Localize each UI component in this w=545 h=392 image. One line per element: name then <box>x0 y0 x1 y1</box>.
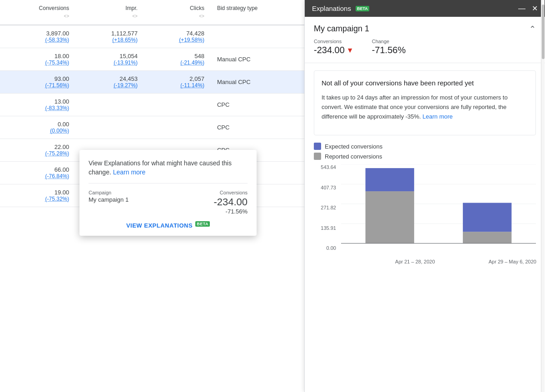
impr-cell: 1,112,577(+18.65%) <box>75 25 144 48</box>
chart-x-labels: Apr 21 – 28, 2020 Apr 29 – May 6, 2020 <box>368 259 545 264</box>
tooltip-campaign-section: Campaign My campaign 1 <box>89 190 193 215</box>
tooltip-conv-value: -234.00 <box>202 196 248 208</box>
panel-header: Explanations BETA — ✕ <box>305 0 545 17</box>
bar1-reported <box>366 191 414 243</box>
expected-color-swatch <box>314 143 321 150</box>
tooltip-beta-badge: BETA <box>195 221 210 227</box>
table-header-row: Conversions <> Impr. <> Clicks <> Bid st… <box>0 0 304 25</box>
impr-cell: 15,054(-13.91%) <box>75 48 144 70</box>
view-explanations-button[interactable]: VIEW EXPLANATIONS BETA <box>126 222 210 229</box>
bid-strategy-cell: Manual CPC <box>211 70 304 93</box>
y-label-4: 407.73 <box>321 185 336 190</box>
conversions-metric: Conversions -234.00 ▼ <box>314 39 354 55</box>
bar1-expected <box>366 168 414 191</box>
y-label-1: 0.00 <box>327 245 336 251</box>
table-row: 0.00(0.00%)CPC <box>0 116 304 139</box>
clicks-cell: 2,057(-11.14%) <box>144 70 211 93</box>
conv-down-arrow-icon: ▼ <box>347 46 354 55</box>
panel-minimize-button[interactable]: — <box>518 5 525 12</box>
impr-cell <box>75 93 144 116</box>
panel-beta-badge: BETA <box>356 6 369 11</box>
conv-metric-value: -234.00 ▼ <box>314 45 354 55</box>
chart-svg <box>341 164 536 264</box>
chart-area: 543.64 407.73 271.82 135.91 0.00 <box>305 164 545 273</box>
conv-metric-label: Conversions <box>314 39 354 44</box>
campaign-title: My campaign 1 <box>314 24 369 34</box>
conversions-cell: 3,897.00(-58.33%) <box>0 25 75 48</box>
clicks-cell: 74,428(+19.58%) <box>144 25 211 48</box>
tooltip-learn-more-link[interactable]: Learn more <box>113 169 146 176</box>
chart-y-labels: 543.64 407.73 271.82 135.91 0.00 <box>314 164 339 251</box>
clicks-cell: 548(-21.49%) <box>144 48 211 70</box>
tooltip-campaign-label: Campaign <box>89 190 193 195</box>
conversions-cell: 66.00(-76.84%) <box>0 161 75 184</box>
clicks-sort[interactable]: <> <box>199 14 204 19</box>
legend-item-expected: Expected conversions <box>314 143 536 150</box>
impr-header[interactable]: Impr. <> <box>75 0 144 25</box>
bar2-expected <box>463 203 511 232</box>
change-metric-label: Change <box>372 39 406 44</box>
legend-reported-label: Reported conversions <box>325 153 382 160</box>
warning-learn-more-link[interactable]: Learn more <box>422 113 452 120</box>
conversions-cell: 18.00(-75.34%) <box>0 48 75 70</box>
conversions-cell: 22.00(-75.28%) <box>0 139 75 161</box>
conversions-cell: 0.00(0.00%) <box>0 116 75 139</box>
panel-header-left: Explanations BETA <box>312 5 369 12</box>
tooltip-conversions-section: Conversions -234.00 -71.56% <box>202 190 248 215</box>
warning-text: It takes up to 24 days after an impressi… <box>322 93 528 121</box>
campaign-section: My campaign 1 ⌃ Conversions -234.00 ▼ Ch… <box>305 17 545 63</box>
clicks-cell <box>144 116 211 139</box>
tooltip-conv-label: Conversions <box>202 190 248 195</box>
tooltip-title: View Explanations for what might have ca… <box>89 159 248 177</box>
chart-inner: Apr 21 – 28, 2020 Apr 29 – May 6, 2020 <box>341 164 536 264</box>
bid-strategy-cell: Manual CPC <box>211 48 304 70</box>
table-row: 13.00(-83.33%)CPC <box>0 93 304 116</box>
bar2-reported <box>463 232 511 243</box>
reported-color-swatch <box>314 153 321 160</box>
chart-legend: Expected conversions Reported conversion… <box>305 143 545 164</box>
x-label-2: Apr 29 – May 6, 2020 <box>489 259 536 264</box>
bid-strategy-cell: CPC <box>211 116 304 139</box>
panel-close-button[interactable]: ✕ <box>532 5 538 12</box>
scrollbar-thumb[interactable] <box>542 5 545 59</box>
tooltip-footer: VIEW EXPLANATIONS BETA <box>89 221 248 229</box>
x-label-1: Apr 21 – 28, 2020 <box>395 259 435 264</box>
warning-box: Not all of your conversions have been re… <box>314 70 536 135</box>
change-metric: Change -71.56% <box>372 39 406 55</box>
tooltip-conv-pct: -71.56% <box>202 208 248 215</box>
tooltip-campaign-name: My campaign 1 <box>89 196 193 203</box>
bid-strategy-cell: CPC <box>211 93 304 116</box>
chart-container: 543.64 407.73 271.82 135.91 0.00 <box>314 164 536 264</box>
panel-header-icons: — ✕ <box>518 5 538 12</box>
campaign-metrics: Conversions -234.00 ▼ Change -71.56% <box>314 39 536 55</box>
change-metric-value: -71.56% <box>372 45 406 55</box>
conversions-sort[interactable]: <> <box>64 14 69 19</box>
table-row: 3,897.00(-58.33%)1,112,577(+18.65%)74,42… <box>0 25 304 48</box>
right-scrollbar[interactable] <box>541 0 545 392</box>
legend-item-reported: Reported conversions <box>314 153 536 160</box>
clicks-cell <box>144 93 211 116</box>
legend-expected-label: Expected conversions <box>325 143 382 150</box>
impr-cell <box>75 116 144 139</box>
y-label-5: 543.64 <box>321 164 336 170</box>
y-label-3: 271.82 <box>321 205 336 210</box>
explanations-panel: Explanations BETA — ✕ My campaign 1 ⌃ Co… <box>304 0 545 392</box>
conversions-cell: 13.00(-83.33%) <box>0 93 75 116</box>
conversions-header[interactable]: Conversions <> <box>0 0 75 25</box>
conversions-cell: 93.00(-71.56%) <box>0 70 75 93</box>
bid-strategy-cell <box>211 25 304 48</box>
table-row: 18.00(-75.34%)15,054(-13.91%)548(-21.49%… <box>0 48 304 70</box>
impr-sort[interactable]: <> <box>132 14 138 19</box>
bid-strategy-header[interactable]: Bid strategy type <box>211 0 304 25</box>
campaign-header: My campaign 1 ⌃ <box>314 24 536 34</box>
impr-cell: 24,453(-19.27%) <box>75 70 144 93</box>
y-label-2: 135.91 <box>321 225 336 231</box>
clicks-header[interactable]: Clicks <> <box>144 0 211 25</box>
conversions-cell: 19.00(-75.32%) <box>0 184 75 207</box>
campaign-chevron-icon[interactable]: ⌃ <box>529 24 536 34</box>
panel-title: Explanations <box>312 5 351 12</box>
table-row: 93.00(-71.56%)24,453(-19.27%)2,057(-11.1… <box>0 70 304 93</box>
warning-title: Not all of your conversions have been re… <box>322 78 528 88</box>
tooltip-popup: View Explanations for what might have ca… <box>79 150 257 236</box>
tooltip-content: Campaign My campaign 1 Conversions -234.… <box>89 183 248 215</box>
